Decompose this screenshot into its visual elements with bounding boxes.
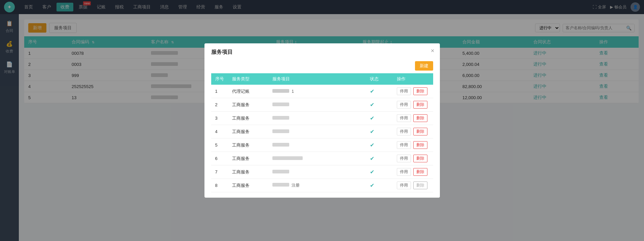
modal-cell-no: 5 bbox=[211, 138, 228, 152]
modal-cell-item bbox=[268, 112, 366, 125]
modal-cell-action: 停用 删除 bbox=[393, 165, 433, 179]
modal-cell-action: 停用 删除 bbox=[393, 98, 433, 112]
modal-cell-type: 工商服务 bbox=[228, 152, 268, 165]
modal-cell-item bbox=[268, 98, 366, 112]
modal-table-row: 7 工商服务 ✔ 停用 删除 bbox=[211, 165, 433, 179]
modal-cell-item bbox=[268, 138, 366, 152]
stop-button[interactable]: 停用 bbox=[397, 114, 411, 122]
modal-cell-action: 停用 删除 bbox=[393, 138, 433, 152]
modal-cell-action: 停用 删除 bbox=[393, 179, 433, 192]
modal-cell-action: 停用 删除 bbox=[393, 125, 433, 138]
modal-cell-type: 工商服务 bbox=[228, 179, 268, 192]
modal-cell-status: ✔ bbox=[366, 112, 393, 125]
modal-title: 服务项目 bbox=[204, 43, 440, 58]
modal-table-row: 4 工商服务 ✔ 停用 删除 bbox=[211, 125, 433, 138]
modal-col-status: 状态 bbox=[366, 73, 393, 85]
stop-button[interactable]: 停用 bbox=[397, 168, 411, 176]
modal-cell-item: 1 bbox=[268, 85, 366, 98]
delete-button[interactable]: 删除 bbox=[413, 128, 427, 135]
service-items-modal: 服务项目 × 新建 序号 服务类型 服务项目 状态 操 bbox=[204, 43, 440, 198]
modal-cell-type: 工商服务 bbox=[228, 112, 268, 125]
modal-col-no: 序号 bbox=[211, 73, 228, 85]
modal-new-button[interactable]: 新建 bbox=[415, 61, 433, 71]
modal-cell-no: 1 bbox=[211, 85, 228, 98]
main-layout: 📋 合同 💰 收费 📄 对账单 新增 服务项目 进行中 全部 已结束 bbox=[0, 14, 644, 241]
delete-button[interactable]: 删除 bbox=[413, 168, 427, 176]
modal-cell-status: ✔ bbox=[366, 98, 393, 112]
stop-button[interactable]: 停用 bbox=[397, 101, 411, 109]
modal-overlay[interactable]: 服务项目 × 新建 序号 服务类型 服务项目 状态 操 bbox=[19, 14, 644, 241]
modal-cell-type: 工商服务 bbox=[228, 165, 268, 179]
delete-button[interactable]: 删除 bbox=[413, 155, 427, 162]
modal-cell-no: 6 bbox=[211, 152, 228, 165]
stop-button[interactable]: 停用 bbox=[397, 87, 411, 95]
modal-cell-type: 代理记账 bbox=[228, 85, 268, 98]
modal-cell-item bbox=[268, 125, 366, 138]
delete-button[interactable]: 删除 bbox=[413, 87, 427, 95]
modal-cell-action: 停用 删除 bbox=[393, 112, 433, 125]
delete-button[interactable]: 删除 bbox=[413, 182, 427, 189]
modal-table-row: 1 代理记账 1 ✔ 停用 删除 bbox=[211, 85, 433, 98]
modal-cell-type: 工商服务 bbox=[228, 138, 268, 152]
modal-header-row: 序号 服务类型 服务项目 状态 操作 bbox=[211, 73, 433, 85]
modal-cell-no: 8 bbox=[211, 179, 228, 192]
modal-cell-item bbox=[268, 152, 366, 165]
stop-button[interactable]: 停用 bbox=[397, 141, 411, 149]
modal-cell-status: ✔ bbox=[366, 152, 393, 165]
modal-cell-type: 工商服务 bbox=[228, 98, 268, 112]
modal-cell-status: ✔ bbox=[366, 85, 393, 98]
stop-button[interactable]: 停用 bbox=[397, 182, 411, 189]
modal-cell-action: 停用 删除 bbox=[393, 85, 433, 98]
modal-table-row: 3 工商服务 ✔ 停用 删除 bbox=[211, 112, 433, 125]
modal-table-row: 2 工商服务 ✔ 停用 删除 bbox=[211, 98, 433, 112]
modal-cell-status: ✔ bbox=[366, 165, 393, 179]
modal-table-row: 6 工商服务 ✔ 停用 删除 bbox=[211, 152, 433, 165]
modal-col-action: 操作 bbox=[393, 73, 433, 85]
stop-button[interactable]: 停用 bbox=[397, 128, 411, 135]
modal-body: 序号 服务类型 服务项目 状态 操作 1 代理记账 bbox=[204, 73, 440, 198]
modal-cell-status: ✔ bbox=[366, 179, 393, 192]
modal-cell-item bbox=[268, 165, 366, 179]
modal-close-button[interactable]: × bbox=[431, 47, 434, 54]
modal-table-row: 8 工商服务 注册 ✔ 停用 删除 bbox=[211, 179, 433, 192]
modal-cell-no: 3 bbox=[211, 112, 228, 125]
main-content: 新增 服务项目 进行中 全部 已结束 🔍 bbox=[19, 14, 644, 241]
delete-button[interactable]: 删除 bbox=[413, 101, 427, 109]
modal-col-item: 服务项目 bbox=[268, 73, 366, 85]
modal-cell-action: 停用 删除 bbox=[393, 152, 433, 165]
modal-toolbar: 新建 bbox=[204, 58, 440, 73]
modal-cell-no: 7 bbox=[211, 165, 228, 179]
modal-cell-status: ✔ bbox=[366, 138, 393, 152]
modal-cell-no: 4 bbox=[211, 125, 228, 138]
modal-col-type: 服务类型 bbox=[228, 73, 268, 85]
delete-button[interactable]: 删除 bbox=[413, 114, 427, 122]
modal-cell-type: 工商服务 bbox=[228, 125, 268, 138]
modal-cell-item: 注册 bbox=[268, 179, 366, 192]
service-items-table: 序号 服务类型 服务项目 状态 操作 1 代理记账 bbox=[211, 73, 433, 192]
stop-button[interactable]: 停用 bbox=[397, 155, 411, 162]
delete-button[interactable]: 删除 bbox=[413, 141, 427, 149]
modal-table-row: 5 工商服务 ✔ 停用 删除 bbox=[211, 138, 433, 152]
modal-cell-no: 2 bbox=[211, 98, 228, 112]
modal-cell-status: ✔ bbox=[366, 125, 393, 138]
